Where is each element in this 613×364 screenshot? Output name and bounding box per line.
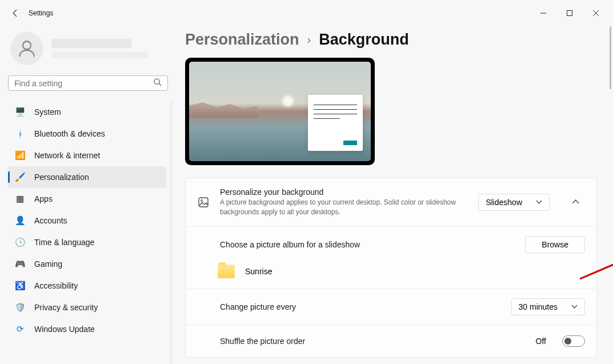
update-icon: ⟳ [15, 324, 25, 334]
window-title: Settings [29, 9, 53, 17]
apps-icon: ▦ [15, 194, 25, 204]
accessibility-icon: ♿ [15, 281, 25, 291]
titlebar: Settings [0, 0, 613, 26]
breadcrumb-parent[interactable]: Personalization [185, 31, 299, 49]
sidebar-item-label: Time & language [34, 238, 94, 247]
sidebar-item-label: Accounts [34, 216, 67, 225]
picture-icon [197, 197, 210, 208]
profile-name [51, 39, 171, 58]
system-icon: 🖥️ [15, 107, 25, 117]
breadcrumb-current: Background [319, 31, 409, 49]
sidebar-item-network[interactable]: 📶Network & internet [8, 145, 166, 166]
album-name: Sunrise [245, 267, 272, 276]
sidebar-item-label: Gaming [34, 259, 62, 269]
chevron-down-icon [571, 302, 578, 311]
sidebar-item-label: System [34, 107, 61, 117]
bluetooth-icon: ᚼ [15, 129, 25, 139]
svg-rect-5 [199, 198, 208, 207]
shuffle-label: Shuffle the picture order [220, 337, 526, 346]
choose-album-label: Choose a picture album for a slideshow [220, 240, 515, 249]
background-preview [185, 58, 375, 165]
shield-icon: 🛡️ [15, 302, 25, 313]
sidebar-item-apps[interactable]: ▦Apps [8, 188, 166, 210]
avatar [10, 32, 43, 65]
scrollbar[interactable] [610, 26, 611, 89]
sidebar-item-update[interactable]: ⟳Windows Update [8, 318, 166, 340]
sidebar-item-time[interactable]: 🕓Time & language [8, 231, 166, 253]
background-mode-dropdown[interactable]: Slideshow [478, 194, 550, 211]
folder-icon [218, 265, 235, 278]
sidebar-item-gaming[interactable]: 🎮Gaming [8, 253, 166, 275]
sidebar-item-personalization[interactable]: 🖌️Personalization [8, 166, 166, 188]
dropdown-value: Slideshow [486, 198, 522, 207]
sidebar: 🖥️System ᚼBluetooth & devices 📶Network &… [0, 26, 171, 364]
sidebar-item-label: Personalization [34, 173, 89, 182]
chevron-right-icon: › [307, 33, 311, 46]
sidebar-item-accounts[interactable]: 👤Accounts [8, 210, 166, 231]
sidebar-item-label: Accessibility [34, 281, 78, 290]
sidebar-item-label: Bluetooth & devices [34, 129, 105, 138]
sidebar-item-label: Apps [34, 194, 53, 203]
svg-point-3 [154, 79, 159, 84]
personalize-card: Personalize your background A picture ba… [185, 178, 597, 358]
paintbrush-icon: 🖌️ [15, 172, 25, 182]
svg-rect-1 [567, 11, 572, 16]
sidebar-item-label: Windows Update [34, 325, 95, 334]
gaming-icon: 🎮 [15, 259, 25, 269]
sidebar-item-privacy[interactable]: 🛡️Privacy & security [8, 297, 166, 318]
sidebar-item-system[interactable]: 🖥️System [8, 101, 166, 123]
chevron-down-icon [536, 198, 542, 207]
change-every-label: Change picture every [220, 302, 501, 311]
svg-point-6 [201, 199, 203, 201]
main-content: Personalization › Background Personalize… [171, 26, 613, 364]
minimize-button[interactable] [531, 5, 556, 22]
search-box[interactable] [8, 75, 168, 91]
sidebar-item-bluetooth[interactable]: ᚼBluetooth & devices [8, 123, 166, 145]
sidebar-item-accessibility[interactable]: ♿Accessibility [8, 275, 166, 297]
person-icon: 👤 [15, 215, 25, 226]
expand-button[interactable] [566, 193, 585, 212]
back-button[interactable] [5, 2, 26, 24]
svg-point-2 [23, 41, 31, 49]
search-icon [153, 78, 162, 89]
maximize-button[interactable] [557, 5, 582, 22]
clock-icon: 🕓 [15, 237, 25, 247]
shuffle-toggle[interactable] [562, 335, 585, 347]
change-every-dropdown[interactable]: 30 minutes [511, 298, 585, 315]
personalize-subtitle: A picture background applies to your cur… [220, 198, 466, 217]
sidebar-item-label: Network & internet [34, 151, 100, 160]
shuffle-value: Off [536, 337, 546, 346]
sidebar-item-label: Privacy & security [34, 303, 98, 312]
album-row[interactable]: Sunrise [186, 262, 596, 289]
personalize-title: Personalize your background [220, 187, 468, 197]
svg-line-4 [159, 83, 161, 86]
close-button[interactable] [583, 5, 608, 22]
user-profile[interactable] [8, 30, 171, 75]
wifi-icon: 📶 [15, 150, 25, 161]
dropdown-value: 30 minutes [519, 302, 558, 311]
search-input[interactable] [14, 79, 153, 88]
nav-list: 🖥️System ᚼBluetooth & devices 📶Network &… [8, 101, 171, 364]
browse-button[interactable]: Browse [525, 236, 585, 253]
breadcrumb: Personalization › Background [185, 31, 597, 49]
